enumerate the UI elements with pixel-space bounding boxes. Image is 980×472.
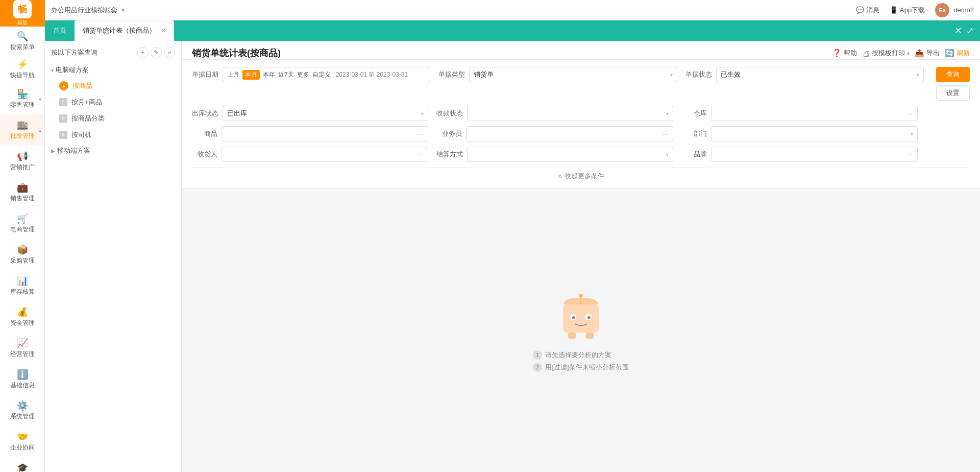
add-scheme-button[interactable]: + (137, 47, 149, 58)
type-field-arrow: ▾ (670, 72, 673, 78)
goods-dots: ··· (418, 130, 424, 138)
goods-control[interactable]: ··· (222, 126, 428, 141)
scheme-item-month-goods-label: 按月+商品 (71, 98, 102, 107)
brand-label: 品牌 (681, 150, 707, 159)
sidebar: 畅 标版 🔍 搜索菜单 ⚡ 快捷导航 🏪 零售管理 ▾ 🏬 批发管理 ▴ 📢 营… (0, 0, 45, 472)
warehouse-control[interactable]: ··· (711, 106, 918, 121)
marketing-label: 营销推广 (0, 163, 44, 172)
quick-nav-item[interactable]: ⚡ 快捷导航 (0, 56, 44, 83)
sidebar-item-marketing[interactable]: 📢 营销推广 (0, 146, 44, 177)
sidebar-item-ecommerce[interactable]: 🛒 电商管理 (0, 208, 44, 239)
date-tab-7days[interactable]: 近7天 (278, 70, 294, 79)
dept-label: 部门 (681, 129, 707, 138)
retail-label: 零售管理 (0, 101, 44, 109)
sidebar-item-sales[interactable]: 💼 销售管理 (0, 177, 44, 208)
sidebar-item-finance[interactable]: 💰 资金管理 (0, 301, 44, 333)
date-tab-custom[interactable]: 自定义 (312, 70, 331, 79)
desktop-scheme-group-title[interactable]: ▾ 电脑端方案 (45, 62, 181, 78)
search-icon: 🔍 (0, 31, 44, 42)
date-range-text: 2023-03-01 至 2023-03-31 (336, 70, 408, 79)
date-tab-last-month[interactable]: 上月 (227, 70, 239, 79)
placeholder-hint-1: 1 请先选择要分析的方案 (533, 350, 628, 360)
scheme-item-by-month-goods[interactable]: ≡ 按月+商品 (45, 94, 181, 110)
logo-icon: 畅 (13, 0, 32, 18)
sidebar-item-retail[interactable]: 🏪 零售管理 ▾ (0, 83, 44, 114)
app-download-button[interactable]: 📱 App下载 (890, 6, 925, 15)
edit-scheme-button[interactable]: ✎ (151, 47, 162, 58)
settlement-control[interactable]: ▾ (467, 147, 673, 162)
collapse-panel-button[interactable]: « (164, 47, 175, 58)
date-tab-this-year[interactable]: 本年 (263, 70, 275, 79)
tab-close-icon[interactable]: ✕ (161, 27, 166, 34)
query-button[interactable]: 查询 (936, 67, 970, 82)
collapse-bar[interactable]: ∧ 收起更多条件 (192, 167, 970, 181)
scheme-item-driver-label: 按司机 (71, 130, 91, 139)
date-field-label: 单据日期 (192, 70, 218, 79)
sidebar-item-corp[interactable]: 🤝 企业协同 (0, 426, 44, 457)
help-button[interactable]: ❓ 帮助 (832, 49, 857, 58)
close-tab-button[interactable]: ✕ (954, 25, 962, 36)
left-panel-title: 按以下方案查询 (51, 48, 134, 57)
type-field-control[interactable]: 销货单 ▾ (469, 67, 677, 82)
basic-icon: ℹ️ (0, 369, 44, 380)
dept-arrow: ▾ (911, 131, 913, 137)
scheme-item-by-category[interactable]: ≡ 按商品分类 (45, 110, 181, 127)
refresh-button[interactable]: 🔄 刷新 (945, 49, 970, 58)
maximize-button[interactable]: ⤢ (966, 25, 974, 36)
goods-label: 商品 (192, 129, 217, 138)
sidebar-item-wholesale[interactable]: 🏬 批发管理 ▴ (0, 114, 44, 146)
type-field-value: 销货单 (474, 70, 670, 79)
sidebar-item-inventory[interactable]: 📊 库存核算 (0, 270, 44, 301)
placeholder-hint-2: 2 用[过滤]条件来缩小分析范围 (533, 363, 628, 372)
scheme-item-by-goods[interactable]: ● 按商品 (45, 78, 181, 94)
app-download-icon: 📱 (890, 6, 898, 14)
date-field-control[interactable]: 上月 本月 本年 近7天 更多 自定义 2023-03-01 至 2023-03… (223, 67, 430, 82)
tab-sales-stat[interactable]: 销货单统计表（按商品） ✕ (75, 20, 174, 41)
content-area: 按以下方案查询 + ✎ « ▾ 电脑端方案 ● 按商品 ≡ 按月 (45, 41, 980, 472)
print-button[interactable]: 🖨 按模板打印 ▾ (862, 49, 910, 58)
app-logo[interactable]: 畅 标版 (0, 0, 45, 27)
search-menu-item[interactable]: 🔍 搜索菜单 (0, 27, 44, 56)
print-arrow-icon[interactable]: ▾ (907, 51, 910, 56)
quick-nav-icon: ⚡ (0, 59, 44, 70)
status-field-label: 单据状态 (685, 70, 712, 79)
scheme-item-driver-icon: ≡ (59, 131, 67, 139)
retail-arrow: ▾ (39, 96, 41, 102)
app-download-label: App下载 (900, 6, 925, 15)
msg-button[interactable]: 💬 消息 (856, 6, 879, 15)
export-label: 导出 (926, 49, 940, 58)
svg-rect-0 (563, 304, 599, 333)
tab-home[interactable]: 首页 (45, 20, 75, 41)
operations-label: 经营管理 (0, 350, 44, 359)
consignee-control[interactable]: ··· (222, 147, 428, 162)
wholesale-icon: 🏬 (0, 120, 44, 131)
sidebar-item-newbie[interactable]: 🎓 新手引导 (0, 457, 44, 472)
sidebar-item-purchase[interactable]: 📦 采购管理 (0, 239, 44, 270)
inventory-label: 库存核算 (0, 288, 44, 296)
settings-button[interactable]: 设置 (936, 85, 970, 101)
dept-control[interactable]: ▾ (711, 126, 918, 141)
sidebar-item-basic[interactable]: ℹ️ 基础信息 (0, 364, 44, 395)
msg-label: 消息 (866, 6, 879, 15)
out-status-control[interactable]: 已出库 ▾ (223, 106, 428, 121)
brand-control[interactable]: ··· (711, 147, 918, 162)
sidebar-item-operations[interactable]: 📈 经营管理 (0, 333, 44, 364)
search-menu-label: 搜索菜单 (0, 43, 44, 52)
avatar[interactable]: Ea (935, 3, 949, 17)
recv-status-control[interactable]: ▾ (467, 106, 673, 121)
scheme-item-category-label: 按商品分类 (71, 114, 105, 123)
print-label: 按模板打印 (872, 49, 905, 58)
date-tab-this-month[interactable]: 本月 (242, 70, 260, 80)
scheme-item-by-driver[interactable]: ≡ 按司机 (45, 127, 181, 143)
corp-icon: 🤝 (0, 431, 44, 442)
status-field-control[interactable]: 已生效 ▾ (716, 67, 924, 82)
date-tab-more[interactable]: 更多 (297, 70, 309, 79)
mobile-scheme-group[interactable]: ▶ 移动端方案 (45, 143, 181, 158)
export-button[interactable]: 📤 导出 (915, 49, 940, 58)
salesman-control[interactable]: ··· (466, 126, 673, 141)
sidebar-item-system[interactable]: ⚙️ 系统管理 (0, 395, 44, 426)
topbar-dropdown[interactable]: ▾ (121, 7, 125, 14)
hint-num-1: 1 (533, 350, 542, 360)
topbar-title: 办公用品行业模拟账套 (51, 6, 117, 15)
page-actions: ❓ 帮助 🖨 按模板打印 ▾ 📤 导出 🔄 (832, 49, 970, 58)
